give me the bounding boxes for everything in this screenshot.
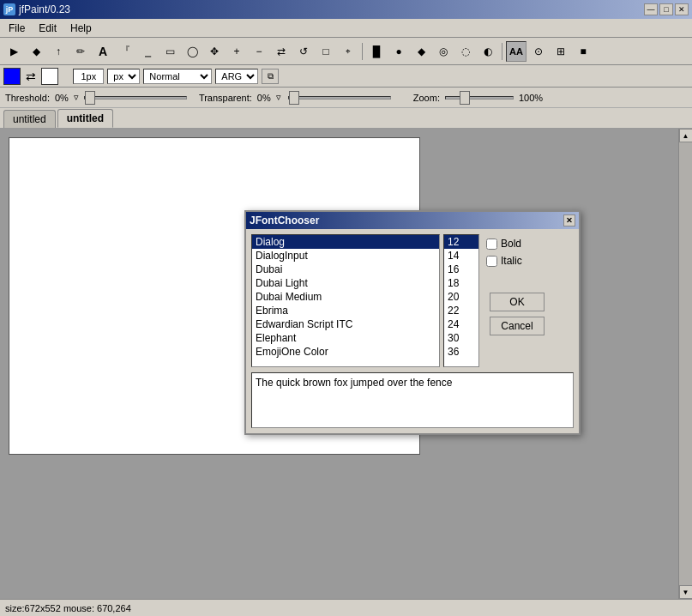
preview-area: The quick brown fox jumped over the fenc… [251, 372, 574, 428]
dialog-buttons: OK Cancel [486, 289, 548, 339]
font-dialog: JFontChooser ✕ Dialog DialogInput Dubai … [244, 210, 581, 435]
size-item-16[interactable]: 16 [444, 263, 478, 276]
size-item-36[interactable]: 36 [444, 345, 478, 359]
dialog-body: Dialog DialogInput Dubai Dubai Light Dub… [246, 229, 579, 372]
dialog-close-button[interactable]: ✕ [563, 214, 575, 226]
font-item-emojione[interactable]: EmojiOne Color [252, 345, 439, 359]
font-item-dubai-medium[interactable]: Dubai Medium [252, 290, 439, 304]
font-item-dialoginput[interactable]: DialogInput [252, 249, 439, 263]
size-item-14[interactable]: 14 [444, 249, 478, 263]
font-list[interactable]: Dialog DialogInput Dubai Dubai Light Dub… [251, 234, 440, 367]
size-item-22[interactable]: 22 [444, 304, 478, 317]
dialog-title: JFontChooser [250, 214, 319, 226]
italic-label: Italic [501, 255, 522, 267]
dialog-overlay: JFontChooser ✕ Dialog DialogInput Dubai … [0, 0, 692, 616]
size-list[interactable]: 12 14 16 18 20 22 24 30 36 [443, 234, 479, 367]
font-item-dubai-light[interactable]: Dubai Light [252, 276, 439, 290]
dialog-titlebar[interactable]: JFontChooser ✕ [246, 212, 579, 229]
italic-checkbox[interactable] [486, 256, 497, 267]
size-item-24[interactable]: 24 [444, 317, 478, 331]
preview-text: The quick brown fox jumped over the fenc… [256, 377, 452, 389]
bold-checkbox[interactable] [486, 239, 497, 250]
font-item-edwardian[interactable]: Edwardian Script ITC [252, 317, 439, 331]
bold-row: Bold [486, 238, 548, 250]
ok-button[interactable]: OK [490, 293, 545, 311]
size-item-18[interactable]: 18 [444, 276, 478, 290]
font-item-dialog[interactable]: Dialog [252, 235, 439, 249]
bold-label: Bold [501, 238, 521, 250]
font-item-ebrima[interactable]: Ebrima [252, 304, 439, 317]
font-item-dubai[interactable]: Dubai [252, 263, 439, 276]
size-item-30[interactable]: 30 [444, 331, 478, 345]
italic-row: Italic [486, 255, 548, 267]
size-item-12[interactable]: 12 [444, 235, 478, 249]
cancel-button[interactable]: Cancel [490, 317, 545, 335]
font-item-elephant[interactable]: Elephant [252, 331, 439, 345]
font-options: Bold Italic OK Cancel [483, 234, 551, 367]
size-item-20[interactable]: 20 [444, 290, 478, 304]
